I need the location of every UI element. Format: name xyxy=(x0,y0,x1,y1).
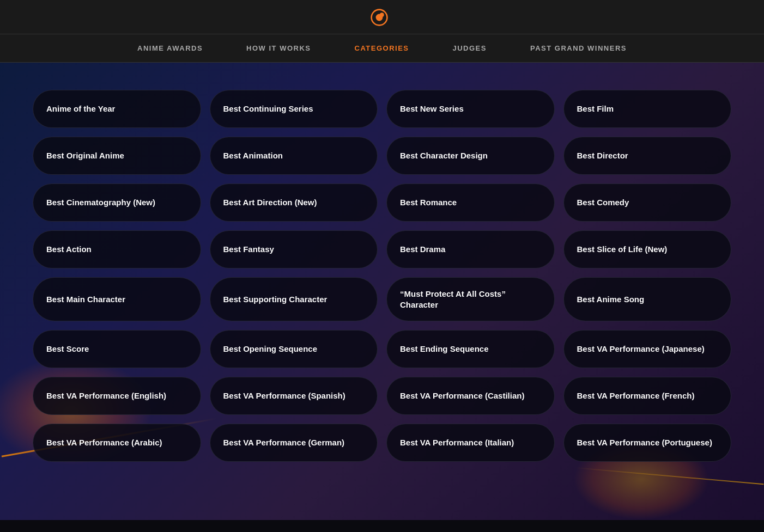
category-btn-31[interactable]: Best VA Performance (Portuguese) xyxy=(563,424,732,462)
category-btn-18[interactable]: “Must Protect At All Costs” Character xyxy=(386,277,555,321)
svg-point-2 xyxy=(380,13,384,17)
category-btn-15[interactable]: Best Slice of Life (New) xyxy=(563,230,732,268)
category-btn-3[interactable]: Best Film xyxy=(563,90,732,128)
category-btn-14[interactable]: Best Drama xyxy=(386,230,555,268)
category-btn-13[interactable]: Best Fantasy xyxy=(210,230,378,268)
category-btn-9[interactable]: Best Art Direction (New) xyxy=(210,184,378,222)
category-btn-20[interactable]: Best Score xyxy=(33,330,201,368)
nav-link-anime-awards[interactable]: ANIME AWARDS xyxy=(116,34,225,62)
nav-link-how-it-works[interactable]: HOW IT WORKS xyxy=(225,34,332,62)
category-btn-7[interactable]: Best Director xyxy=(563,137,732,175)
nav-link-judges[interactable]: JUDGES xyxy=(431,34,508,62)
category-btn-16[interactable]: Best Main Character xyxy=(33,277,201,321)
category-btn-11[interactable]: Best Comedy xyxy=(563,184,732,222)
glow-line-right-decoration xyxy=(574,467,764,485)
nav-link-categories[interactable]: CATEGORIES xyxy=(333,34,431,62)
category-btn-2[interactable]: Best New Series xyxy=(386,90,555,128)
category-btn-19[interactable]: Best Anime Song xyxy=(563,277,732,321)
logo-row xyxy=(371,0,393,34)
category-btn-8[interactable]: Best Cinematography (New) xyxy=(33,184,201,222)
category-btn-17[interactable]: Best Supporting Character xyxy=(210,277,378,321)
navbar: ANIME AWARDSHOW IT WORKSCATEGORIESJUDGES… xyxy=(0,0,764,63)
crunchyroll-icon xyxy=(371,9,388,26)
category-btn-21[interactable]: Best Opening Sequence xyxy=(210,330,378,368)
main-content: Anime of the YearBest Continuing SeriesB… xyxy=(0,63,764,520)
category-btn-25[interactable]: Best VA Performance (Spanish) xyxy=(210,377,378,415)
category-btn-6[interactable]: Best Character Design xyxy=(386,137,555,175)
category-btn-28[interactable]: Best VA Performance (Arabic) xyxy=(33,424,201,462)
category-btn-23[interactable]: Best VA Performance (Japanese) xyxy=(563,330,732,368)
category-btn-27[interactable]: Best VA Performance (French) xyxy=(563,377,732,415)
category-btn-4[interactable]: Best Original Anime xyxy=(33,137,201,175)
category-btn-30[interactable]: Best VA Performance (Italian) xyxy=(386,424,555,462)
category-btn-29[interactable]: Best VA Performance (German) xyxy=(210,424,378,462)
nav-link-past-grand-winners[interactable]: PAST GRAND WINNERS xyxy=(508,34,648,62)
category-btn-1[interactable]: Best Continuing Series xyxy=(210,90,378,128)
nav-links: ANIME AWARDSHOW IT WORKSCATEGORIESJUDGES… xyxy=(0,34,764,62)
categories-grid: Anime of the YearBest Continuing SeriesB… xyxy=(33,90,731,462)
category-btn-24[interactable]: Best VA Performance (English) xyxy=(33,377,201,415)
category-btn-10[interactable]: Best Romance xyxy=(386,184,555,222)
category-btn-5[interactable]: Best Animation xyxy=(210,137,378,175)
category-btn-0[interactable]: Anime of the Year xyxy=(33,90,201,128)
category-btn-12[interactable]: Best Action xyxy=(33,230,201,268)
category-btn-26[interactable]: Best VA Performance (Castilian) xyxy=(386,377,555,415)
category-btn-22[interactable]: Best Ending Sequence xyxy=(386,330,555,368)
